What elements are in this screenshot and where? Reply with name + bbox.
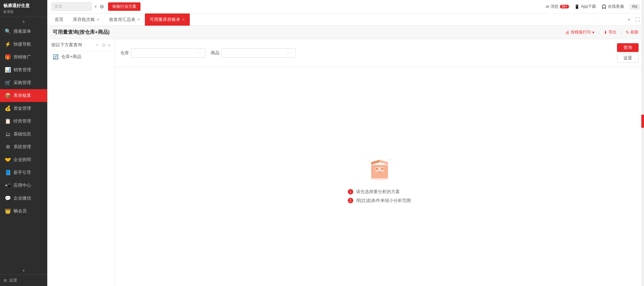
print-label: 按模板打印 bbox=[571, 29, 591, 35]
product-filter-group: 商品 ··· bbox=[211, 48, 296, 58]
main-area: 搜索 ▾ ⚙ 体验行业方案 ✉ 消息 99+ 📱 App下载 🎧 在线客服 Ri… bbox=[47, 0, 644, 286]
sidebar-item-basic[interactable]: 🗂 基础信息 bbox=[0, 128, 47, 140]
wechat-icon: 💬 bbox=[5, 195, 11, 201]
sidebar-item-system[interactable]: ⚙ 系统管理 bbox=[0, 140, 47, 153]
tab-summary[interactable]: 收发存汇总表 × bbox=[104, 14, 145, 26]
svg-point-6 bbox=[369, 161, 370, 162]
tab-available-label: 可用量库存账本 bbox=[150, 17, 180, 23]
refresh-label: 刷新 bbox=[630, 29, 639, 35]
topbar-service[interactable]: 🎧 在线客服 bbox=[601, 4, 624, 9]
scrollbar-thumb[interactable] bbox=[641, 114, 644, 128]
appstore-icon: 📲 bbox=[5, 182, 11, 188]
topbar-search-box[interactable]: 搜索 bbox=[51, 2, 92, 11]
logo-name: 畅康通好生意 bbox=[3, 3, 44, 9]
basic-icon: 🗂 bbox=[5, 131, 11, 137]
empty-state: 1 请先选择要分析的方案 2 用[过滤]条件来缩小分析范围 bbox=[115, 67, 644, 286]
header-divider2: | bbox=[621, 30, 622, 35]
tab-batch-close[interactable]: × bbox=[97, 17, 99, 22]
product-dots-icon[interactable]: ··· bbox=[286, 50, 293, 56]
user-name: Rit bbox=[632, 4, 637, 9]
message-badge: 99+ bbox=[560, 5, 569, 8]
sidebar-item-purchase[interactable]: 🛒 采购管理 bbox=[0, 76, 47, 89]
setting-btn[interactable]: 设置 bbox=[617, 53, 639, 63]
sidebar-item-sales[interactable]: 📊 销售管理 bbox=[0, 63, 47, 76]
sidebar-item-shortcut[interactable]: ⚡ 快捷导航 bbox=[0, 38, 47, 51]
export-icon: ⬇ bbox=[604, 30, 607, 35]
sidebar-menu: 🔍 搜索菜单 ⚡ 快捷导航 🎁 营销推广 📊 销售管理 🛒 采购管理 📦 库存核… bbox=[0, 25, 47, 267]
sidebar-settings[interactable]: ⚙ 设置 bbox=[0, 275, 47, 286]
topbar-user-avatar[interactable]: Rit bbox=[629, 4, 640, 10]
warehouse-input[interactable]: ··· bbox=[131, 48, 205, 58]
tab-expand[interactable]: ⛶ bbox=[634, 16, 641, 23]
filter-warehouse-product[interactable]: 🔄 仓库+商品 bbox=[47, 51, 114, 62]
sidebar-item-operation[interactable]: 📋 经营管理 bbox=[0, 115, 47, 128]
sidebar-scroll-down[interactable]: ▼ bbox=[0, 267, 47, 275]
sidebar-label-shortcut: 快捷导航 bbox=[14, 41, 31, 47]
message-icon: ✉ bbox=[546, 4, 549, 9]
tab-summary-close[interactable]: × bbox=[137, 17, 140, 22]
svg-point-8 bbox=[390, 159, 391, 160]
tabs-bar: 首页 库存批次账 × 收发存汇总表 × 可用量库存账本 × × ⛶ bbox=[47, 14, 644, 26]
topbar-dropdown-icon[interactable]: ▾ bbox=[95, 4, 97, 9]
topbar-messages[interactable]: ✉ 消息 99+ bbox=[546, 4, 569, 9]
filter-panel-actions: ＋ ⊙ « bbox=[95, 42, 110, 48]
tab-available-close[interactable]: × bbox=[182, 17, 185, 22]
tab-batch[interactable]: 库存批次账 × bbox=[68, 14, 104, 26]
product-input[interactable]: ··· bbox=[222, 48, 296, 58]
filter-add-btn[interactable]: ＋ bbox=[95, 42, 100, 48]
sidebar-item-guide[interactable]: 📘 新手引导 bbox=[0, 166, 47, 179]
system-icon: ⚙ bbox=[5, 144, 11, 150]
sidebar-item-appstore[interactable]: 📲 应用中心 bbox=[0, 179, 47, 192]
sidebar-item-finance[interactable]: 💰 资金管理 bbox=[0, 102, 47, 115]
svg-marker-1 bbox=[371, 160, 380, 165]
topbar-app-download[interactable]: 📱 App下载 bbox=[574, 4, 596, 9]
sidebar-label-purchase: 采购管理 bbox=[14, 80, 31, 86]
sidebar-label-guide: 新手引导 bbox=[14, 170, 31, 176]
sidebar-scroll-up[interactable]: ▲ bbox=[0, 17, 47, 25]
warehouse-dots-icon[interactable]: ··· bbox=[196, 50, 202, 56]
sidebar-item-marketing[interactable]: 🎁 营销推广 bbox=[0, 51, 47, 63]
tip-text-2: 用[过滤]条件来缩小分析范围 bbox=[356, 198, 411, 204]
sidebar-item-member[interactable]: 👑 畅会员 bbox=[0, 205, 47, 217]
refresh-action[interactable]: ↻ 刷新 bbox=[626, 29, 639, 35]
sidebar-label-operation: 经营管理 bbox=[14, 118, 31, 124]
topbar-gear-icon[interactable]: ⚙ bbox=[100, 4, 104, 10]
header-divider1: | bbox=[598, 30, 599, 35]
print-dropdown-icon[interactable]: ▾ bbox=[592, 30, 594, 35]
page-header: 可用量查询(按仓库+商品) 🖨 按模板打印 ▾ | ⬇ 导出 | ↻ 刷新 bbox=[47, 26, 644, 39]
shortcut-icon: ⚡ bbox=[5, 41, 11, 47]
empty-tip-1: 1 请先选择要分析的方案 bbox=[348, 189, 411, 195]
sidebar-label-finance: 资金管理 bbox=[14, 105, 31, 111]
tab-home[interactable]: 首页 bbox=[50, 14, 68, 26]
logo-tag: 标准版 bbox=[3, 9, 44, 14]
content-area: 按以下方案查询 ＋ ⊙ « 🔄 仓库+商品 仓库 ··· bbox=[47, 39, 644, 286]
tabs-actions: × ⛶ bbox=[626, 16, 641, 23]
empty-tip-2: 2 用[过滤]条件来缩小分析范围 bbox=[348, 198, 411, 204]
sidebar-item-wechat[interactable]: 💬 企业微信 bbox=[0, 192, 47, 205]
industry-btn[interactable]: 体验行业方案 bbox=[108, 2, 140, 11]
sidebar-item-search[interactable]: 🔍 搜索菜单 bbox=[0, 25, 47, 38]
tab-close-all[interactable]: × bbox=[626, 16, 632, 23]
query-panel: 仓库 ··· 商品 ··· 查询 设置 bbox=[115, 39, 644, 286]
purchase-icon: 🛒 bbox=[5, 80, 11, 86]
tip-num-2: 2 bbox=[348, 198, 353, 203]
query-btn[interactable]: 查询 bbox=[617, 43, 639, 52]
tab-available[interactable]: 可用量库存账本 × bbox=[145, 14, 190, 26]
export-action[interactable]: ⬇ 导出 bbox=[604, 29, 617, 35]
sidebar-label-system: 系统管理 bbox=[14, 144, 31, 150]
filter-panel: 按以下方案查询 ＋ ⊙ « 🔄 仓库+商品 bbox=[47, 39, 115, 286]
filter-collapse-btn[interactable]: « bbox=[108, 42, 110, 48]
filter-settings-btn[interactable]: ⊙ bbox=[102, 42, 106, 48]
sidebar-item-inventory[interactable]: 📦 库存核算 bbox=[0, 89, 47, 102]
sidebar-label-enterprise: 企业协同 bbox=[14, 157, 31, 163]
warehouse-label: 仓库 bbox=[120, 50, 129, 56]
sidebar-item-enterprise[interactable]: 🤝 企业协同 bbox=[0, 153, 47, 166]
sidebar: 畅康通好生意 标准版 ▲ 🔍 搜索菜单 ⚡ 快捷导航 🎁 营销推广 📊 销售管理… bbox=[0, 0, 47, 286]
print-action[interactable]: 🖨 按模板打印 ▾ bbox=[565, 29, 594, 35]
svg-point-7 bbox=[367, 159, 368, 160]
guide-icon: 📘 bbox=[5, 170, 11, 176]
finance-icon: 💰 bbox=[5, 105, 11, 111]
empty-tips: 1 请先选择要分析的方案 2 用[过滤]条件来缩小分析范围 bbox=[348, 189, 411, 204]
topbar-right: ✉ 消息 99+ 📱 App下载 🎧 在线客服 Rit bbox=[546, 4, 640, 10]
right-scrollbar[interactable] bbox=[641, 39, 644, 286]
